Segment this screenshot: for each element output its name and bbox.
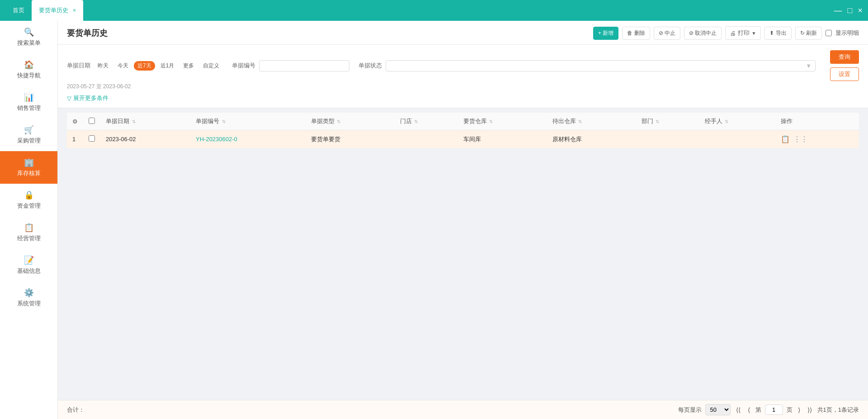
expand-more-icon: ▽ [67,95,71,102]
sidebar-item-system[interactable]: ⚙️ 系统管理 [0,281,57,314]
col-type-label: 单据类型 [311,118,335,124]
cell-req-warehouse: 车间库 [458,130,547,148]
cell-checkbox [83,130,100,148]
sidebar-item-label: 经营管理 [17,234,41,243]
col-store[interactable]: 门店 ⇅ [395,113,458,130]
export-button[interactable]: ⬆ 导出 [764,27,791,40]
close-btn[interactable]: × [858,6,863,15]
select-all-checkbox[interactable] [89,118,95,124]
query-button[interactable]: 查询 [830,50,859,64]
display-detail-checkbox[interactable] [826,30,832,36]
stop-button[interactable]: ⊘ 中止 [654,27,680,40]
sidebar-item-label: 系统管理 [17,300,41,308]
window-controls: — □ × [834,6,863,15]
refresh-button[interactable]: ↻ 刷新 [795,27,822,40]
page-header: 要货单历史 + 新增 🗑 删除 ⊘ 中止 ⊘ 取消中止 🖨 打印 ▼ ⬆ 导出 … [58,21,868,45]
sort-store-icon: ⇅ [414,119,418,124]
sidebar-item-label: 基础信息 [17,267,41,275]
first-page-btn[interactable]: ⟨⟨ [734,405,742,414]
col-pending-warehouse[interactable]: 待出仓库 ⇅ [547,113,636,130]
last-page-btn[interactable]: ⟩⟩ [806,405,814,414]
next-page-btn[interactable]: ⟩ [796,405,802,414]
prev-page-btn[interactable]: ⟨ [746,405,752,414]
col-type[interactable]: 单据类型 ⇅ [306,113,395,130]
sidebar-item-label: 采购管理 [17,137,41,145]
col-actions: 操作 [775,113,859,130]
page-size-select[interactable]: 10 20 50 100 [705,404,731,415]
date-pill-7days[interactable]: 近7天 [134,61,155,71]
page-size-label: 每页显示 [678,406,702,414]
delete-button[interactable]: 🗑 删除 [622,27,650,40]
status-dropdown-icon: ▼ [806,62,811,69]
sidebar-item-basic-info[interactable]: 📝 基础信息 [0,249,57,281]
cell-actions: 📋 ⋮⋮ [775,130,859,148]
minimize-btn[interactable]: — [834,6,842,15]
basic-info-icon: 📝 [24,255,34,265]
sidebar-item-inventory[interactable]: 🏢 库存核算 [0,151,57,184]
order-no-input[interactable] [259,60,349,71]
cell-number: YH-20230602-0 [190,130,306,148]
col-department-label: 部门 [642,118,653,124]
table-body: 1 2023-06-02 YH-20230602-0 要货单要货 车间库 [67,130,859,148]
table-area: ⚙ 单据日期 ⇅ 单据编号 ⇅ [58,108,868,400]
page-number-input[interactable] [765,405,783,415]
filter-area: 单据日期 昨天 今天 近7天 近1月 更多 自定义 单据编号 [58,45,868,108]
new-button[interactable]: + 新增 [593,27,618,40]
date-pill-today[interactable]: 今天 [114,61,132,71]
cell-store [395,130,458,148]
table-head: ⚙ 单据日期 ⇅ 单据编号 ⇅ [67,113,859,130]
row-more-btn[interactable]: ⋮⋮ [793,135,808,143]
col-settings[interactable]: ⚙ [67,113,83,130]
order-no-label: 单据编号 [232,62,255,70]
tab-active[interactable]: 要货单历史 × [32,0,83,21]
col-handler[interactable]: 经手人 ⇅ [699,113,776,130]
col-req-warehouse[interactable]: 要货仓库 ⇅ [458,113,547,130]
col-handler-label: 经手人 [705,118,722,124]
cell-index: 1 [67,130,83,148]
filter-settings-button[interactable]: 设置 [830,67,859,81]
date-pill-custom[interactable]: 自定义 [199,61,223,71]
col-pending-warehouse-label: 待出仓库 [552,118,576,124]
sidebar-item-finance[interactable]: 🔒 资金管理 [0,184,57,216]
status-label: 单据状态 [359,62,382,70]
sort-req-warehouse-icon: ⇅ [489,119,493,124]
purchase-icon: 🛒 [24,125,34,135]
print-dropdown-icon: ▼ [751,31,756,36]
row-checkbox[interactable] [89,135,95,142]
print-label: 打印 [738,29,750,37]
sidebar-item-label: 搜索菜单 [17,39,41,47]
col-date-label: 单据日期 [106,118,129,124]
col-number[interactable]: 单据编号 ⇅ [190,113,306,130]
sidebar-item-search-menu[interactable]: 🔍 搜索菜单 [0,21,57,53]
sidebar-item-label: 快捷导航 [17,71,41,80]
restore-btn[interactable]: □ [848,6,853,15]
table-header-row: ⚙ 单据日期 ⇅ 单据编号 ⇅ [67,113,859,130]
col-date[interactable]: 单据日期 ⇅ [100,113,190,130]
tab-close-btn[interactable]: × [73,7,76,14]
col-req-warehouse-label: 要货仓库 [463,118,487,124]
row-edit-btn[interactable]: 📋 [781,135,790,143]
col-department[interactable]: 部门 ⇅ [636,113,699,130]
tab-home[interactable]: 首页 [5,0,32,21]
date-pill-more[interactable]: 更多 [179,61,198,71]
expand-more-btn[interactable]: ▽ 展开更多条件 [67,94,859,102]
main-area: 🔍 搜索菜单 🏠 快捷导航 📊 销售管理 🛒 采购管理 🏢 库存核算 🔒 [0,21,868,419]
print-icon: 🖨 [730,30,736,37]
sidebar-item-sales[interactable]: 📊 销售管理 [0,86,57,119]
system-icon: ⚙️ [24,288,34,298]
date-pills: 昨天 今天 近7天 近1月 更多 自定义 [94,61,223,71]
sidebar: 🔍 搜索菜单 🏠 快捷导航 📊 销售管理 🛒 采购管理 🏢 库存核算 🔒 [0,21,58,419]
row-action-group: 📋 ⋮⋮ [781,135,854,143]
status-select[interactable]: ▼ [386,60,816,71]
col-checkbox [83,113,100,130]
date-pill-yesterday[interactable]: 昨天 [94,61,112,71]
cancel-stop-button[interactable]: ⊘ 取消中止 [684,27,722,40]
print-button[interactable]: 🖨 打印 ▼ [725,26,761,40]
sidebar-item-operation[interactable]: 📋 经营管理 [0,216,57,249]
display-detail-toggle[interactable]: 显示明细 [826,29,859,37]
sidebar-item-quick-nav[interactable]: 🏠 快捷导航 [0,53,57,86]
cell-handler [699,130,776,148]
date-pill-1month[interactable]: 近1月 [157,61,178,71]
order-number-link[interactable]: YH-20230602-0 [196,136,237,143]
sidebar-item-purchase[interactable]: 🛒 采购管理 [0,119,57,151]
